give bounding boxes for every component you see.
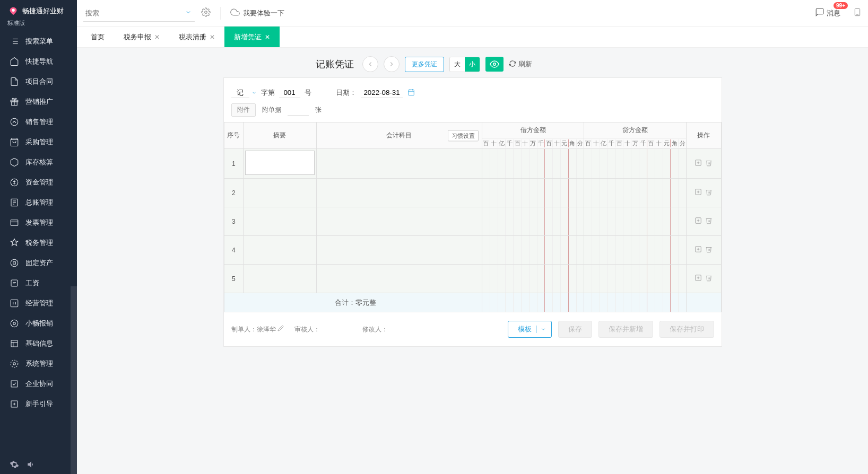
add-row-icon[interactable] bbox=[695, 159, 702, 168]
sidebar-item-17[interactable]: 企业协同 bbox=[0, 374, 77, 394]
cell-summary[interactable] bbox=[244, 149, 316, 179]
experience-button[interactable]: 我要体验一下 bbox=[230, 7, 284, 19]
cell-summary[interactable] bbox=[244, 179, 316, 207]
habit-settings-button[interactable]: 习惯设置 bbox=[448, 130, 479, 141]
tab-3[interactable]: 新增凭证✕ bbox=[224, 27, 280, 47]
sidebar-item-18[interactable]: 新手引导 bbox=[0, 394, 77, 414]
size-large-button[interactable]: 大 bbox=[450, 57, 465, 72]
settings-gear-icon[interactable] bbox=[10, 460, 19, 471]
save-and-print-button[interactable]: 保存并打印 bbox=[659, 321, 714, 338]
close-icon[interactable]: ✕ bbox=[210, 33, 215, 41]
refresh-button[interactable]: 刷新 bbox=[509, 59, 532, 69]
tab-1[interactable]: 税务申报✕ bbox=[114, 27, 169, 47]
sidebar-scrollbar[interactable] bbox=[71, 27, 77, 474]
sheet-suffix: 张 bbox=[315, 106, 322, 115]
sidebar-item-label: 营销推广 bbox=[25, 97, 53, 107]
cell-debit[interactable] bbox=[482, 265, 584, 293]
sidebar-item-3[interactable]: 营销推广 bbox=[0, 92, 77, 112]
sidebar-item-6[interactable]: 库存核算 bbox=[0, 152, 77, 172]
cell-credit[interactable] bbox=[584, 236, 687, 265]
add-row-icon[interactable] bbox=[695, 274, 702, 283]
voucher-head: 字第 号 日期： bbox=[224, 84, 722, 101]
cell-subject[interactable] bbox=[316, 207, 482, 236]
box-icon bbox=[10, 157, 19, 167]
cell-summary[interactable] bbox=[244, 265, 316, 293]
chevron-down-icon[interactable] bbox=[251, 89, 257, 97]
sidebar-item-11[interactable]: 固定资产 bbox=[0, 253, 77, 273]
table-row: 3 bbox=[224, 207, 721, 236]
cell-debit[interactable] bbox=[482, 149, 584, 179]
tab-0[interactable]: 首页 bbox=[81, 27, 114, 47]
cell-debit[interactable] bbox=[482, 179, 584, 207]
size-small-button[interactable]: 小 bbox=[465, 57, 480, 72]
voucher-date-input[interactable] bbox=[361, 87, 403, 98]
add-row-icon[interactable] bbox=[695, 217, 702, 226]
cell-credit[interactable] bbox=[584, 149, 687, 179]
sidebar-item-13[interactable]: 经营管理 bbox=[0, 293, 77, 313]
tab-2[interactable]: 税表清册✕ bbox=[169, 27, 224, 47]
prev-button[interactable] bbox=[362, 56, 378, 72]
cell-seq: 2 bbox=[224, 179, 244, 207]
sidebar-item-12[interactable]: 工资 bbox=[0, 273, 77, 293]
cell-subject[interactable] bbox=[316, 265, 482, 293]
sidebar-item-4[interactable]: 销售管理 bbox=[0, 112, 77, 132]
delete-row-icon[interactable] bbox=[705, 217, 713, 226]
calendar-icon[interactable] bbox=[407, 89, 415, 98]
next-button[interactable] bbox=[384, 56, 400, 72]
delete-row-icon[interactable] bbox=[705, 159, 713, 168]
sidebar-item-14[interactable]: 小畅报销 bbox=[0, 313, 77, 333]
delete-row-icon[interactable] bbox=[705, 245, 713, 254]
attach-count-input[interactable] bbox=[288, 105, 309, 116]
sidebar-item-9[interactable]: 发票管理 bbox=[0, 213, 77, 233]
total-credit bbox=[584, 293, 687, 312]
device-icon[interactable] bbox=[853, 7, 862, 19]
delete-row-icon[interactable] bbox=[705, 274, 713, 283]
add-row-icon[interactable] bbox=[695, 188, 702, 197]
edit-creator-icon[interactable] bbox=[277, 326, 284, 333]
topbar-gear-icon[interactable] bbox=[201, 7, 211, 19]
cell-subject[interactable] bbox=[316, 179, 482, 207]
sidebar-item-0[interactable]: 搜索菜单 bbox=[0, 31, 77, 51]
message-button[interactable]: 消息 99+ bbox=[815, 7, 840, 19]
voucher-type-field[interactable] bbox=[231, 87, 257, 98]
volume-icon[interactable] bbox=[27, 460, 36, 471]
voucher-number-input[interactable] bbox=[279, 87, 300, 98]
sidebar-item-label: 税务管理 bbox=[25, 238, 53, 248]
save-and-new-button[interactable]: 保存并新增 bbox=[598, 321, 653, 338]
sidebar-item-7[interactable]: 资金管理 bbox=[0, 172, 77, 192]
save-button[interactable]: 保存 bbox=[558, 321, 592, 338]
delete-row-icon[interactable] bbox=[705, 188, 713, 197]
more-voucher-button[interactable]: 更多凭证 bbox=[405, 57, 444, 72]
sidebar-item-5[interactable]: 采购管理 bbox=[0, 132, 77, 152]
sidebar-item-label: 工资 bbox=[25, 278, 39, 288]
sidebar-item-8[interactable]: 总账管理 bbox=[0, 192, 77, 213]
summary-input[interactable] bbox=[245, 151, 314, 175]
sidebar-item-15[interactable]: 基础信息 bbox=[0, 333, 77, 354]
add-row-icon[interactable] bbox=[695, 245, 702, 254]
bag-icon bbox=[10, 137, 19, 147]
cell-summary[interactable] bbox=[244, 236, 316, 265]
cell-subject[interactable] bbox=[316, 236, 482, 265]
cell-debit[interactable] bbox=[482, 207, 584, 236]
sidebar-item-16[interactable]: 系统管理 bbox=[0, 354, 77, 374]
sidebar-item-2[interactable]: 项目合同 bbox=[0, 72, 77, 92]
cell-debit[interactable] bbox=[482, 236, 584, 265]
search-caret-icon[interactable] bbox=[185, 9, 192, 17]
cell-credit[interactable] bbox=[584, 207, 687, 236]
voucher-type-input[interactable] bbox=[231, 87, 249, 98]
preview-button[interactable] bbox=[485, 57, 504, 72]
cell-credit[interactable] bbox=[584, 265, 687, 293]
cell-subject[interactable] bbox=[316, 149, 482, 179]
search-input[interactable] bbox=[83, 5, 195, 22]
close-icon[interactable]: ✕ bbox=[265, 33, 270, 41]
close-icon[interactable]: ✕ bbox=[154, 33, 160, 41]
cell-summary[interactable] bbox=[244, 207, 316, 236]
sidebar-item-1[interactable]: 快捷导航 bbox=[0, 51, 77, 72]
cell-ops bbox=[686, 207, 721, 236]
template-button[interactable]: 模板 bbox=[508, 321, 552, 338]
modifier-field: 修改人： bbox=[362, 325, 388, 334]
brand-name: 畅捷通好业财 bbox=[22, 6, 64, 16]
attachment-button[interactable]: 附件 bbox=[231, 103, 256, 117]
cell-credit[interactable] bbox=[584, 179, 687, 207]
sidebar-item-10[interactable]: 税务管理 bbox=[0, 233, 77, 253]
